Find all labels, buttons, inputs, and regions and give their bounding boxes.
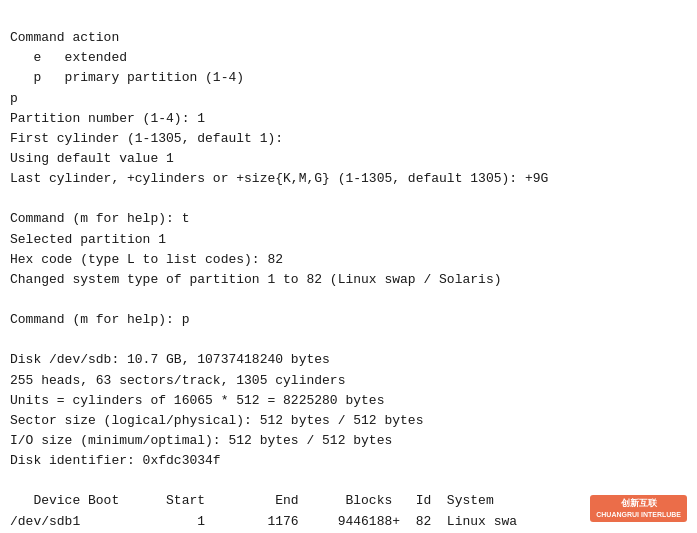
watermark-text: 创新互联 CHUANGRUI INTERLUBE (590, 495, 687, 522)
terminal-line: Command action (10, 28, 687, 48)
terminal-line: Using default value 1 (10, 149, 687, 169)
terminal-line: Command (m for help): p (10, 310, 687, 330)
terminal-line: Sector size (logical/physical): 512 byte… (10, 411, 687, 431)
terminal-line: Last cylinder, +cylinders or +size{K,M,G… (10, 169, 687, 189)
terminal-line: e extended (10, 48, 687, 68)
terminal-line: p primary partition (1-4) (10, 68, 687, 88)
terminal-line: Disk /dev/sdb: 10.7 GB, 10737418240 byte… (10, 350, 687, 370)
terminal-line (10, 290, 687, 310)
watermark: 创新互联 CHUANGRUI INTERLUBE (590, 495, 687, 522)
terminal-output: Command action e extended p primary part… (10, 8, 687, 532)
terminal-line: Hex code (type L to list codes): 82 (10, 250, 687, 270)
terminal-line: p (10, 89, 687, 109)
terminal-line: /dev/sdb1 1 1176 9446188+ 82 Linux swa (10, 512, 687, 532)
terminal-line (10, 471, 687, 491)
terminal-line: Partition number (1-4): 1 (10, 109, 687, 129)
terminal-line: 255 heads, 63 sectors/track, 1305 cylind… (10, 371, 687, 391)
terminal-line: Units = cylinders of 16065 * 512 = 82252… (10, 391, 687, 411)
terminal-line (10, 330, 687, 350)
terminal-line: Changed system type of partition 1 to 82… (10, 270, 687, 290)
terminal-line (10, 189, 687, 209)
terminal-line: I/O size (minimum/optimal): 512 bytes / … (10, 431, 687, 451)
terminal-line: First cylinder (1-1305, default 1): (10, 129, 687, 149)
terminal-line: Command (m for help): t (10, 209, 687, 229)
terminal-line: Disk identifier: 0xfdc3034f (10, 451, 687, 471)
terminal-line: Device Boot Start End Blocks Id System (10, 491, 687, 511)
terminal-line: Selected partition 1 (10, 230, 687, 250)
